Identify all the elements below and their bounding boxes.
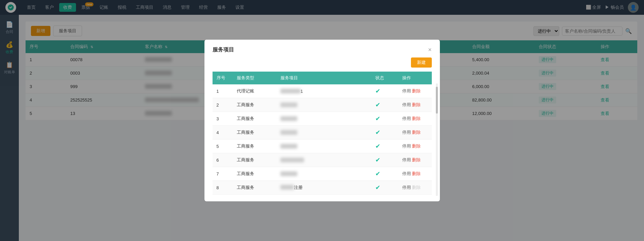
modal-cell-seq: 4 [213,126,233,139]
delete-button[interactable]: 删除 [412,185,421,191]
modal-cell-type: 工商服务 [233,126,276,139]
delete-button[interactable]: 删除 [412,129,421,135]
modal-table-row: 3 工商服务 ✔ 停用 删除 [213,112,432,126]
modal-cell-status: ✔ [371,84,398,98]
stop-button[interactable]: 停用 [402,185,411,191]
modal-cell-action: 停用 删除 [398,181,432,195]
modal-cell-action: 停用 删除 [398,139,432,153]
modal-cell-seq: 6 [213,153,233,167]
modal-overlay[interactable]: 服务项目 × 新建 序号 服务类型 服务项目 状态 操作 [0,0,644,241]
modal-cell-status: ✔ [371,98,398,112]
modal-cell-status: ✔ [371,112,398,126]
modal-cell-action: 停用 删除 [398,112,432,126]
modal-cell-item [276,167,371,181]
modal-cell-action: 停用 删除 [398,126,432,139]
stop-button[interactable]: 停用 [402,116,411,122]
modal-table-row: 1 代理记账 1 ✔ 停用 删除 [213,84,432,98]
delete-button[interactable]: 删除 [412,102,421,108]
modal-cell-type: 工商服务 [233,112,276,126]
modal-cell-item: 1 [276,84,371,98]
modal-cell-seq: 3 [213,112,233,126]
modal-cell-type: 工商服务 [233,98,276,112]
modal-cell-seq: 7 [213,167,233,181]
modal-new-button[interactable]: 新建 [411,57,432,68]
modal-cell-action: 停用 删除 [398,167,432,181]
modal-cell-action: 停用 删除 [398,84,432,98]
modal-cell-status: ✔ [371,181,398,195]
stop-button[interactable]: 停用 [402,143,411,149]
modal-table: 序号 服务类型 服务项目 状态 操作 1 代理记账 1 ✔ 停 [213,72,432,195]
modal-cell-type: 工商服务 [233,167,276,181]
modal-cell-seq: 1 [213,84,233,98]
modal-col-type: 服务类型 [233,72,276,84]
scrollbar-thumb[interactable] [436,87,438,114]
modal-table-row: 2 工商服务 ✔ 停用 删除 [213,98,432,112]
modal-cell-item [276,112,371,126]
modal-cell-status: ✔ [371,126,398,139]
modal-cell-item [276,98,371,112]
modal-cell-seq: 2 [213,98,233,112]
modal-col-item: 服务项目 [276,72,371,84]
stop-button[interactable]: 停用 [402,129,411,135]
modal-cell-type: 工商服务 [233,153,276,167]
modal-table-row: 5 工商服务 ✔ 停用 删除 [213,139,432,153]
modal-cell-seq: 8 [213,181,233,195]
modal-cell-status: ✔ [371,167,398,181]
stop-button[interactable]: 停用 [402,102,411,108]
modal-cell-item [276,139,371,153]
modal-cell-item: 注册 [276,181,371,195]
delete-button[interactable]: 删除 [412,116,421,122]
modal-cell-action: 停用 删除 [398,153,432,167]
modal-header: 服务项目 × [204,40,440,57]
delete-button[interactable]: 删除 [412,88,421,94]
modal-table-row: 7 工商服务 ✔ 停用 删除 [213,167,432,181]
modal-close-button[interactable]: × [428,46,432,53]
delete-button[interactable]: 删除 [412,143,421,149]
modal-col-status: 状态 [371,72,398,84]
delete-button[interactable]: 删除 [412,157,421,163]
modal-cell-type: 代理记账 [233,84,276,98]
modal-col-seq: 序号 [213,72,233,84]
modal-cell-status: ✔ [371,153,398,167]
delete-button[interactable]: 删除 [412,171,421,177]
scrollbar-track[interactable] [436,83,438,196]
modal-cell-status: ✔ [371,139,398,153]
modal-cell-action: 停用 删除 [398,98,432,112]
modal-table-row: 8 工商服务 注册 ✔ 停用 删除 [213,181,432,195]
modal-toolbar: 新建 [204,57,440,72]
stop-button[interactable]: 停用 [402,157,411,163]
stop-button[interactable]: 停用 [402,171,411,177]
modal-cell-type: 工商服务 [233,181,276,195]
modal-table-row: 4 工商服务 ✔ 停用 删除 [213,126,432,139]
modal-cell-seq: 5 [213,139,233,153]
modal-cell-type: 工商服务 [233,139,276,153]
modal-col-action: 操作 [398,72,432,84]
modal-cell-item [276,126,371,139]
modal-table-row: 6 工商服务 ✔ 停用 删除 [213,153,432,167]
modal-body: 序号 服务类型 服务项目 状态 操作 1 代理记账 1 ✔ 停 [204,72,440,201]
service-modal: 服务项目 × 新建 序号 服务类型 服务项目 状态 操作 [204,40,440,201]
modal-cell-item [276,153,371,167]
stop-button[interactable]: 停用 [402,88,411,94]
modal-title: 服务项目 [213,46,234,53]
